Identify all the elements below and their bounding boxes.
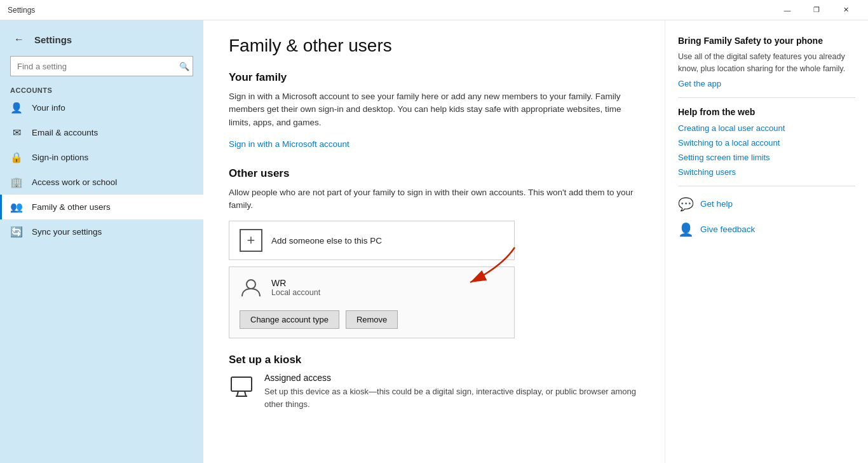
add-user-box[interactable]: + Add someone else to this PC — [229, 221, 515, 260]
window-controls: — ❐ ✕ — [773, 0, 860, 20]
kiosk-text-desc: Set up this device as a kiosk—this could… — [264, 385, 639, 410]
family-safety-title: Bring Family Safety to your phone — [678, 36, 855, 46]
sidebar-item-label: Sign-in options — [32, 153, 88, 162]
kiosk-text-title: Assigned access — [264, 373, 639, 383]
section-label: Accounts — [0, 84, 203, 95]
remove-user-button[interactable]: Remove — [346, 310, 398, 329]
user-card-top: WR Local account — [229, 267, 514, 305]
help-title: Help from the web — [678, 107, 855, 117]
other-users-desc: Allow people who are not part of your fa… — [229, 186, 639, 212]
user-card: WR Local account Change account type Rem… — [229, 266, 515, 338]
add-user-label: Add someone else to this PC — [271, 236, 382, 245]
other-users-section: Other users Allow people who are not par… — [229, 167, 639, 339]
kiosk-section: Set up a kiosk Assigned access Set up th… — [229, 354, 639, 410]
kiosk-icon — [229, 374, 254, 399]
user-name: WR — [271, 278, 320, 288]
sidebar-app-title: Settings — [34, 34, 72, 45]
search-box: 🔍 — [10, 56, 193, 76]
family-section: Your family Sign in with a Microsoft acc… — [229, 71, 639, 149]
lock-icon: 🔒 — [10, 151, 23, 163]
help-link-0[interactable]: Creating a local user account — [678, 123, 855, 133]
user-card-actions: Change account type Remove — [229, 305, 514, 338]
back-button[interactable]: ← — [10, 31, 28, 48]
sidebar-item-your-info[interactable]: 👤 Your info — [0, 95, 203, 120]
minimize-button[interactable]: — — [773, 0, 802, 20]
divider-2 — [678, 186, 855, 186]
user-type: Local account — [271, 288, 320, 297]
kiosk-title: Set up a kiosk — [229, 354, 639, 366]
help-link-2[interactable]: Setting screen time limits — [678, 153, 855, 162]
kiosk-item: Assigned access Set up this device as a … — [229, 373, 639, 410]
sidebar-item-sign-in[interactable]: 🔒 Sign-in options — [0, 145, 203, 170]
svg-line-3 — [237, 391, 238, 396]
main-content: Family & other users Your family Sign in… — [203, 20, 665, 463]
help-icon: 💬 — [678, 197, 694, 212]
family-section-desc: Sign in with a Microsoft account to see … — [229, 90, 639, 129]
right-panel: Bring Family Safety to your phone Use al… — [665, 20, 868, 463]
search-input[interactable] — [10, 56, 193, 76]
feedback-action: 👤 Give feedback — [678, 222, 855, 237]
family-safety-desc: Use all of the digital safety features y… — [678, 51, 855, 75]
svg-rect-2 — [231, 377, 252, 391]
app-body: ← Settings 🔍 Accounts 👤 Your info ✉ Emai… — [0, 20, 868, 463]
page-title: Family & other users — [229, 36, 639, 56]
add-user-icon: + — [240, 229, 262, 252]
sidebar-item-access-work[interactable]: 🏢 Access work or school — [0, 170, 203, 195]
svg-point-1 — [247, 280, 255, 289]
give-feedback-link[interactable]: Give feedback — [700, 225, 755, 234]
help-link-3[interactable]: Switching users — [678, 167, 855, 177]
titlebar: Settings — ❐ ✕ — [0, 0, 868, 20]
work-icon: 🏢 — [10, 176, 23, 188]
user-avatar-icon — [240, 276, 262, 299]
get-help-link[interactable]: Get help — [700, 199, 733, 209]
get-app-link[interactable]: Get the app — [678, 79, 855, 88]
sidebar-item-label: Family & other users — [32, 202, 111, 212]
user-card-container: WR Local account Change account type Rem… — [229, 266, 515, 338]
close-button[interactable]: ✕ — [831, 0, 860, 20]
family-icon: 👥 — [10, 201, 23, 213]
sidebar-item-label: Your info — [32, 103, 65, 113]
app-title: Settings — [8, 6, 773, 15]
family-section-title: Your family — [229, 71, 639, 84]
get-help-action: 💬 Get help — [678, 197, 855, 212]
change-account-type-button[interactable]: Change account type — [240, 310, 339, 329]
kiosk-text: Assigned access Set up this device as a … — [264, 373, 639, 410]
other-users-title: Other users — [229, 167, 639, 180]
sidebar-item-label: Sync your settings — [32, 227, 102, 237]
search-icon: 🔍 — [179, 62, 189, 71]
sidebar-item-label: Access work or school — [32, 177, 117, 187]
sign-in-microsoft-link[interactable]: Sign in with a Microsoft account — [229, 139, 349, 149]
sidebar: ← Settings 🔍 Accounts 👤 Your info ✉ Emai… — [0, 20, 203, 463]
divider — [678, 97, 855, 98]
email-icon: ✉ — [10, 127, 23, 139]
user-info: WR Local account — [271, 278, 320, 297]
sidebar-item-email-accounts[interactable]: ✉ Email & accounts — [0, 120, 203, 145]
your-info-icon: 👤 — [10, 102, 23, 114]
sidebar-header: ← Settings — [0, 25, 203, 51]
help-link-1[interactable]: Switching to a local account — [678, 138, 855, 148]
maximize-button[interactable]: ❐ — [802, 0, 831, 20]
sidebar-item-family-users[interactable]: 👥 Family & other users — [0, 195, 203, 219]
sidebar-item-sync-settings[interactable]: 🔄 Sync your settings — [0, 219, 203, 244]
sidebar-item-label: Email & accounts — [32, 128, 98, 137]
svg-line-4 — [245, 391, 246, 396]
sync-icon: 🔄 — [10, 226, 23, 238]
feedback-icon: 👤 — [678, 222, 694, 237]
